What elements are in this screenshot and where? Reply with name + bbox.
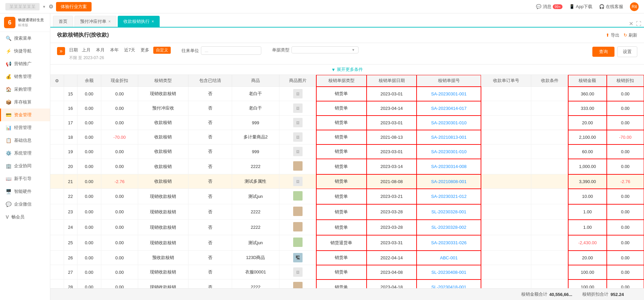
online-service-icon: 🎧: [599, 4, 604, 9]
sidebar-item-management[interactable]: 📊 经营管理: [0, 121, 50, 134]
expand-more-label: 展开更多条件: [337, 67, 363, 73]
voucher-type-select[interactable]: ▼: [291, 46, 359, 53]
date-7days[interactable]: 近7天: [123, 46, 137, 54]
company-name: 某某某某某某: [5, 3, 40, 10]
sidebar-item-hardware[interactable]: 🖥️ 智能硬件: [0, 185, 50, 198]
writeoff-no-link[interactable]: SA-20230414-017: [431, 106, 467, 111]
date-more[interactable]: 更多: [139, 46, 151, 54]
purchase-icon: 🏠: [6, 87, 11, 92]
col-header-seq: [64, 75, 77, 87]
sidebar-item-system[interactable]: ⚙️ 系统管理: [0, 147, 50, 160]
date-last-month[interactable]: 上月: [80, 46, 92, 54]
sidebar-item-label: 经营管理: [14, 125, 32, 131]
table-row: 170.000.00收款核销否999🖼销货单2023-03-01SA-20230…: [50, 116, 644, 130]
col-header-goods: 商品: [232, 75, 279, 87]
maximize-icon[interactable]: ⛶: [636, 21, 641, 27]
col-header-writeoff-amount: 核销金额: [568, 75, 607, 87]
customer-input[interactable]: ...: [201, 46, 261, 55]
sidebar-item-search[interactable]: 🔍 搜索菜单: [0, 32, 50, 45]
sidebar-item-label: 智能硬件: [14, 188, 32, 195]
export-btn[interactable]: ⬆ 导出: [606, 32, 620, 38]
date-range-display: 不限 至 2023-07-26: [69, 55, 104, 60]
expand-more-icon: ▼: [331, 67, 336, 72]
writeoff-no-link[interactable]: SA-20230331-026: [431, 240, 467, 245]
refresh-icon: ↻: [624, 33, 627, 38]
tab-home[interactable]: 首页: [53, 16, 73, 27]
sidebar-item-label: 采购管理: [14, 86, 32, 92]
funds-icon: 💳: [6, 112, 11, 118]
writeoff-no-link[interactable]: SA-20230321-012: [431, 194, 467, 199]
query-button[interactable]: 查询: [592, 47, 614, 57]
table-row: 260.000.00预收款核销否123D商品🏗销货单2022-04-14ABC-…: [50, 251, 644, 265]
writeoff-no-link[interactable]: SA-20230314-008: [431, 164, 467, 169]
message-nav-item[interactable]: 💬 消息 99+: [536, 4, 562, 10]
message-icon: 💬: [536, 4, 541, 9]
writeoff-no-link[interactable]: SA-20210813-001: [431, 135, 467, 140]
gear-icon[interactable]: ⚙: [49, 3, 53, 10]
sidebar-item-funds[interactable]: 💳 资金管理: [0, 109, 50, 121]
table-row: 150.000.00现销收款核销否老白干🖼销货单2023-03-01SA-202…: [50, 87, 644, 101]
tab-label: 预付冲应付单: [80, 18, 106, 25]
table-row: 250.000.00现销收款核销否测试jun销货退货单2023-03-31SA-…: [50, 235, 644, 251]
sidebar-item-enterprise[interactable]: 🏢 企业协同: [0, 160, 50, 172]
sidebar-item-label: 企业微信: [14, 201, 32, 207]
dropdown-arrow-icon[interactable]: ▼: [42, 5, 46, 9]
sidebar-item-sales[interactable]: 💰 销售管理: [0, 70, 50, 83]
date-filter-label: 日期: [69, 47, 78, 53]
sidebar-item-label: 基础信息: [14, 137, 32, 143]
total-amount-display: 核销金额合计 40,556,66...: [521, 291, 573, 297]
date-custom-btn[interactable]: 自定义: [153, 47, 171, 54]
basic-icon: 📋: [6, 138, 11, 143]
date-this-month[interactable]: 本月: [95, 46, 106, 54]
settings-button[interactable]: 设置: [617, 46, 637, 57]
expand-more-btn[interactable]: ▼ 展开更多条件: [331, 67, 363, 73]
filter-expand-btn[interactable]: »: [57, 47, 65, 55]
writeoff-no-link[interactable]: ABC-001: [440, 255, 458, 260]
app-download-nav-item[interactable]: 📱 App下载: [569, 4, 592, 10]
col-header-balance: 余额: [77, 75, 101, 87]
user-label: Rit: [632, 4, 637, 9]
sidebar-item-member[interactable]: V 畅会员: [0, 211, 50, 223]
select-arrow-icon: ▼: [352, 48, 355, 52]
tab-receivables[interactable]: 收款核销执行 ×: [118, 16, 160, 27]
writeoff-no-link[interactable]: SL-20230328-002: [431, 225, 466, 230]
customer-filter-label: 往来单位: [181, 48, 199, 54]
close-window-icon[interactable]: ✕: [629, 20, 633, 27]
col-header-settled: 包含已结清: [188, 75, 232, 87]
tab-prepay[interactable]: 预付冲应付单 ×: [74, 16, 116, 27]
online-service-nav-item[interactable]: 🎧 在线客服: [599, 4, 623, 10]
sidebar-item-purchase[interactable]: 🏠 采购管理: [0, 83, 50, 96]
sidebar-item-quicknav[interactable]: ⚡ 快捷导航: [0, 45, 50, 57]
marketing-icon: 📢: [6, 61, 11, 67]
tab-close-icon[interactable]: ×: [108, 19, 111, 24]
col-header-cash-discount: 现金折扣: [101, 75, 138, 87]
quicknav-icon: ⚡: [6, 48, 11, 54]
voucher-type-filter-label: 单据类型: [272, 47, 289, 53]
date-this-year[interactable]: 本年: [109, 46, 120, 54]
refresh-btn[interactable]: ↻ 刷新: [624, 32, 637, 38]
industry-btn[interactable]: 体验行业方案: [56, 2, 92, 11]
sidebar-item-label: 销售管理: [14, 74, 32, 80]
writeoff-no-link[interactable]: SA-20210808-001: [431, 179, 467, 184]
table-row: 230.000.00现销收款核销否2222销货单2023-03-28SL-202…: [50, 204, 644, 220]
user-avatar[interactable]: Rit: [630, 2, 639, 11]
writeoff-no-link[interactable]: SA-20230301-001: [431, 91, 467, 96]
sales-icon: 💰: [6, 74, 11, 79]
writeoff-no-link[interactable]: SA-20230301-010: [431, 149, 467, 154]
logo-icon: 6: [4, 17, 15, 28]
sidebar-item-inventory[interactable]: 📦 库存核算: [0, 96, 50, 109]
writeoff-no-link[interactable]: SL-20230418-001: [431, 285, 466, 288]
col-header-settings[interactable]: ⚙: [50, 75, 64, 87]
writeoff-no-link[interactable]: SA-20230301-010: [431, 120, 467, 125]
writeoff-no-link[interactable]: SL-20230408-001: [431, 270, 466, 275]
table-row: 220.000.00现销收款核销否测试jun销货单2023-03-21SA-20…: [50, 189, 644, 204]
sidebar-item-guide[interactable]: 📖 新手引导: [0, 172, 50, 185]
settings-col-icon[interactable]: ⚙: [55, 78, 59, 83]
sidebar-item-wechat[interactable]: 💬 企业微信: [0, 198, 50, 211]
sidebar-item-basic[interactable]: 📋 基础信息: [0, 134, 50, 147]
writeoff-no-link[interactable]: SL-20230328-001: [431, 209, 466, 214]
sidebar-item-label: 快捷导航: [14, 48, 32, 54]
sidebar-item-marketing[interactable]: 📢 营销推广: [0, 57, 50, 70]
tab-close-icon[interactable]: ×: [152, 19, 154, 24]
app-download-icon: 📱: [569, 4, 575, 9]
